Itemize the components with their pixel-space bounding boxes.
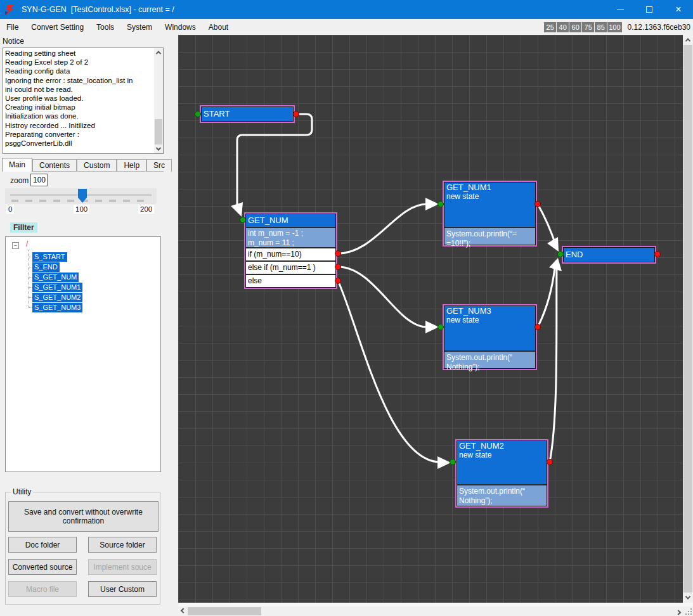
canvas-horizontal-scrollbar[interactable] bbox=[178, 606, 683, 616]
maximize-button[interactable] bbox=[635, 0, 664, 19]
tree-guide-stub bbox=[28, 257, 32, 257]
zoom-preset-60[interactable]: 60 bbox=[569, 22, 581, 32]
chevron-up-icon bbox=[156, 51, 161, 56]
port-in-getnum2[interactable] bbox=[450, 459, 456, 465]
port-in-getnum[interactable] bbox=[240, 217, 246, 223]
scroll-left-button[interactable] bbox=[178, 606, 188, 616]
port-out-getnum-else[interactable] bbox=[335, 278, 341, 284]
horizontal-scroll-thumb[interactable] bbox=[188, 607, 261, 615]
save-convert-button[interactable]: Save and convert without overwrite confi… bbox=[8, 501, 159, 532]
scroll-up-button[interactable] bbox=[683, 35, 693, 45]
zoom-scale-mid: 100 bbox=[74, 205, 89, 214]
tab-src[interactable]: Src bbox=[146, 159, 172, 172]
vertical-scroll-thumb[interactable] bbox=[683, 45, 692, 593]
tree-item-s-start[interactable]: S_START bbox=[32, 252, 67, 262]
scroll-down-button[interactable] bbox=[683, 593, 693, 603]
diagram-canvas[interactable]: START GET_NUM int m_num = -1 ; m_num = 1… bbox=[178, 35, 683, 603]
utility-group-label: Utility bbox=[11, 487, 33, 496]
state-tree[interactable]: − / S_START S_END S_GET_NUM S_GET_NUM1 S… bbox=[5, 236, 161, 472]
menu-windows[interactable]: Windows bbox=[159, 20, 202, 34]
canvas-vertical-scrollbar[interactable] bbox=[683, 35, 693, 603]
port-out-getnum2[interactable] bbox=[547, 459, 553, 465]
port-in-start[interactable] bbox=[195, 111, 201, 117]
node-get-num3-action: System.out.println(“ Nothing”); bbox=[444, 350, 535, 368]
port-out-getnum1[interactable] bbox=[534, 201, 541, 207]
menu-about[interactable]: About bbox=[202, 20, 235, 34]
edge-start-to-getnum bbox=[237, 114, 312, 205]
menu-convert-setting[interactable]: Convert Setting bbox=[25, 20, 90, 34]
tree-guide-stub bbox=[28, 297, 32, 298]
close-icon: × bbox=[675, 4, 681, 15]
maximize-icon bbox=[646, 6, 652, 13]
zoom-preset-100[interactable]: 100 bbox=[607, 22, 621, 32]
action-line: Nothing”); bbox=[446, 363, 535, 372]
chevron-right-icon bbox=[675, 610, 680, 615]
resize-grip[interactable] bbox=[683, 607, 692, 615]
node-get-num-cond-else[interactable]: else bbox=[246, 274, 335, 287]
zoom-preset-75[interactable]: 75 bbox=[582, 22, 594, 32]
notice-scroll-thumb[interactable] bbox=[155, 119, 162, 144]
node-get-num-cond-if[interactable]: if (m_num==10) bbox=[246, 247, 335, 260]
node-end[interactable]: END bbox=[563, 247, 655, 262]
port-out-getnum-if[interactable] bbox=[335, 250, 341, 257]
menu-system[interactable]: System bbox=[120, 20, 159, 34]
port-in-end[interactable] bbox=[557, 251, 564, 257]
filter-label: Fillter bbox=[10, 222, 37, 233]
arrowhead-getnum2 bbox=[437, 456, 451, 469]
zoom-scale-min: 0 bbox=[6, 205, 14, 214]
menu-file[interactable]: File bbox=[0, 20, 25, 34]
port-in-getnum3[interactable] bbox=[437, 324, 444, 330]
node-get-num1[interactable]: GET_NUM1 new state System.out.println(“=… bbox=[444, 182, 536, 245]
node-get-num3[interactable]: GET_NUM3 new state System.out.println(“ … bbox=[444, 305, 536, 369]
notice-scroll-up-button[interactable] bbox=[154, 48, 163, 57]
minimize-icon bbox=[617, 10, 624, 10]
action-line: System.out.println(“ bbox=[459, 487, 547, 496]
minimize-button[interactable] bbox=[606, 0, 635, 19]
tree-guide-stub bbox=[28, 277, 32, 278]
source-folder-button[interactable]: Source folder bbox=[88, 537, 157, 553]
user-custom-button[interactable]: User Custom bbox=[88, 581, 157, 597]
notice-log[interactable]: Reading setting sheet Reading Excel step… bbox=[3, 48, 164, 154]
zoom-value-input[interactable] bbox=[30, 174, 48, 186]
tab-contents[interactable]: Contents bbox=[32, 159, 77, 172]
zoom-preset-25[interactable]: 25 bbox=[544, 22, 556, 32]
menu-tools[interactable]: Tools bbox=[90, 20, 120, 34]
edge-getnum1-to-end bbox=[538, 204, 556, 246]
close-button[interactable]: × bbox=[664, 0, 693, 19]
port-out-start[interactable] bbox=[293, 111, 299, 117]
port-out-getnum-elseif[interactable] bbox=[335, 264, 341, 270]
window-controls: × bbox=[606, 0, 693, 19]
tree-root-node[interactable]: / bbox=[26, 240, 28, 248]
tree-item-s-get-num2[interactable]: S_GET_NUM2 bbox=[32, 293, 82, 302]
app-logo-icon bbox=[5, 4, 16, 15]
converted-source-button[interactable]: Converted source bbox=[8, 559, 77, 575]
doc-folder-button[interactable]: Doc folder bbox=[8, 537, 77, 553]
port-in-getnum1[interactable] bbox=[437, 201, 444, 207]
scroll-right-button[interactable] bbox=[673, 606, 683, 616]
tab-help[interactable]: Help bbox=[117, 159, 146, 172]
macro-file-button: Macro file bbox=[8, 581, 77, 597]
app-window: SYN-G-GEN [TestControl.xlsx] - current =… bbox=[0, 0, 693, 616]
tree-item-s-get-num3[interactable]: S_GET_NUM3 bbox=[32, 303, 82, 312]
node-get-num[interactable]: GET_NUM int m_num = -1 ; m_num = 11 ; if… bbox=[245, 214, 336, 288]
zoom-label: zoom bbox=[10, 176, 29, 185]
zoom-preset-85[interactable]: 85 bbox=[595, 22, 607, 32]
node-get-num2[interactable]: GET_NUM2 new state System.out.println(“ … bbox=[457, 440, 547, 506]
node-get-num-cond-elseif[interactable]: else if (m_num==1 ) bbox=[246, 260, 335, 274]
tab-main[interactable]: Main bbox=[2, 158, 32, 172]
implement-souce-button: Implement souce bbox=[88, 559, 157, 575]
tree-item-s-get-num1[interactable]: S_GET_NUM1 bbox=[32, 283, 82, 292]
tree-item-s-end[interactable]: S_END bbox=[32, 262, 60, 272]
port-out-getnum3[interactable] bbox=[534, 324, 541, 330]
zoom-preset-40[interactable]: 40 bbox=[557, 22, 569, 32]
node-get-num3-title: GET_NUM3 bbox=[444, 306, 535, 316]
zoom-slider[interactable] bbox=[5, 188, 157, 204]
notice-scrollbar[interactable] bbox=[154, 48, 163, 153]
notice-scroll-down-button[interactable] bbox=[154, 144, 163, 153]
port-out-end[interactable] bbox=[654, 251, 661, 257]
node-start[interactable]: START bbox=[201, 106, 294, 122]
tree-item-s-get-num[interactable]: S_GET_NUM bbox=[32, 273, 79, 282]
action-line: System.out.println(“= bbox=[446, 229, 535, 239]
tab-custom[interactable]: Custom bbox=[77, 159, 117, 172]
tree-expander-icon[interactable]: − bbox=[12, 242, 19, 249]
